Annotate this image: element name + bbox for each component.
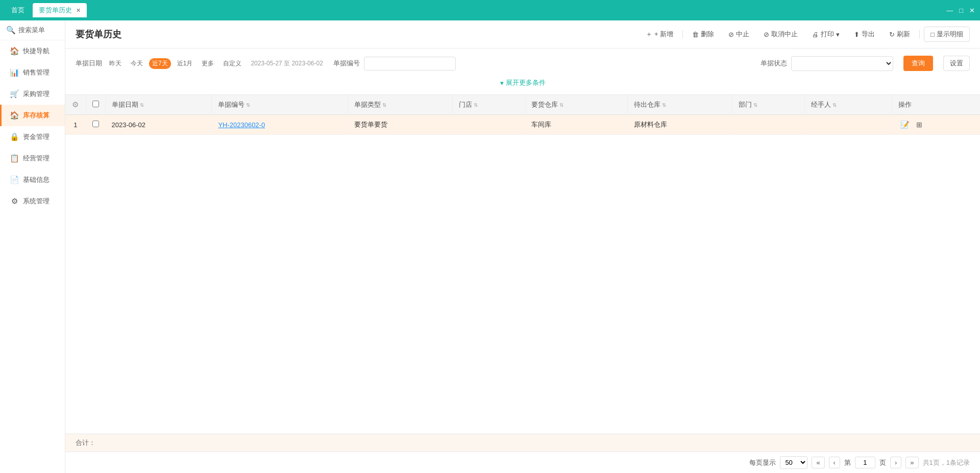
sort-pending-warehouse[interactable]: 待出仓库 ⇅ xyxy=(634,100,726,109)
export-icon: ⬆ xyxy=(854,31,860,38)
sidebar-item-label: 库存核算 xyxy=(23,111,50,120)
shortcut-today[interactable]: 今天 xyxy=(128,58,146,69)
sort-doc-date[interactable]: 单据日期 ⇅ xyxy=(112,100,206,109)
row-delete-button[interactable]: ⊞ xyxy=(914,120,924,130)
row-checkbox[interactable] xyxy=(86,115,105,135)
table-footer: 合计： xyxy=(65,434,980,452)
delete-button[interactable]: 🗑 删除 xyxy=(687,27,719,41)
next-page-button[interactable]: › xyxy=(890,457,901,468)
sidebar-item-basic-info[interactable]: 📄 基础信息 xyxy=(0,169,65,191)
col-department: 部门 ⇅ xyxy=(732,95,805,115)
refresh-button[interactable]: ↻ 刷新 xyxy=(884,27,915,41)
shortcut-more[interactable]: 更多 xyxy=(199,58,217,69)
date-filter: 单据日期 昨天 今天 近7天 近1月 更多 自定义 2023-05-27 至 2… xyxy=(76,58,323,69)
col-doc-type-label: 单据类型 xyxy=(354,100,381,109)
sidebar: 🔍 搜索菜单 🏠 快捷导航 📊 销售管理 🛒 采购管理 🏠 库存核算 🔒 资金管… xyxy=(0,20,65,473)
sidebar-item-quick-nav[interactable]: 🏠 快捷导航 xyxy=(0,40,65,62)
finance-icon: 🔒 xyxy=(10,132,19,141)
window-controls: — □ ✕ xyxy=(946,7,975,14)
sort-doc-type-icon: ⇅ xyxy=(382,102,386,108)
column-settings-icon[interactable]: ⚙ xyxy=(72,100,79,109)
show-detail-button[interactable]: □ 显示明细 xyxy=(924,27,970,42)
expand-chevron-icon: ▾ xyxy=(500,79,504,87)
doc-number-input[interactable] xyxy=(364,57,456,70)
print-icon: 🖨 xyxy=(812,31,819,38)
maximize-btn[interactable]: □ xyxy=(959,7,963,14)
tab-requisition-history[interactable]: 要货单历史 ✕ xyxy=(33,3,87,17)
export-button[interactable]: ⬆ 导出 xyxy=(849,27,880,41)
row-pending-warehouse: 原材料仓库 xyxy=(627,115,732,135)
sort-req-warehouse[interactable]: 要货仓库 ⇅ xyxy=(531,100,621,109)
minimize-btn[interactable]: — xyxy=(946,7,953,14)
select-all-checkbox[interactable] xyxy=(92,101,99,107)
sidebar-item-purchase[interactable]: 🛒 采购管理 xyxy=(0,83,65,105)
cancel-stop-icon: ⊘ xyxy=(764,31,769,38)
print-button[interactable]: 🖨 打印 ▾ xyxy=(807,27,845,41)
last-page-button[interactable]: » xyxy=(905,457,918,468)
show-detail-icon: □ xyxy=(930,31,935,38)
sort-handler[interactable]: 经手人 ⇅ xyxy=(811,100,886,109)
tab-requisition-label: 要货单历史 xyxy=(39,6,72,15)
first-page-button[interactable]: « xyxy=(812,457,824,468)
sort-store[interactable]: 门店 ⇅ xyxy=(459,100,519,109)
settings-button[interactable]: 设置 xyxy=(943,56,970,71)
page-size-select[interactable]: 50 100 200 xyxy=(780,456,807,469)
inventory-icon: 🏠 xyxy=(10,111,19,120)
doc-number-link[interactable]: YH-20230602-0 xyxy=(218,121,265,129)
sidebar-item-label: 采购管理 xyxy=(23,89,50,99)
col-req-warehouse: 要货仓库 ⇅ xyxy=(525,95,627,115)
col-operations-label: 操作 xyxy=(898,101,912,108)
col-handler-label: 经手人 xyxy=(811,100,831,109)
shortcut-7days[interactable]: 近7天 xyxy=(149,58,171,69)
sidebar-item-sales[interactable]: 📊 销售管理 xyxy=(0,62,65,83)
system-icon: ⚙ xyxy=(10,197,19,206)
col-store: 门店 ⇅ xyxy=(453,95,525,115)
prev-page-button[interactable]: ‹ xyxy=(829,457,840,468)
col-department-label: 部门 xyxy=(739,100,752,109)
page-number-input[interactable] xyxy=(855,457,875,468)
sort-doc-type[interactable]: 单据类型 ⇅ xyxy=(354,100,446,109)
new-icon: ＋ xyxy=(646,30,652,39)
filter-row-1: 单据日期 昨天 今天 近7天 近1月 更多 自定义 2023-05-27 至 2… xyxy=(76,56,970,71)
doc-status-select[interactable] xyxy=(791,56,893,71)
tab-home[interactable]: 首页 xyxy=(5,3,31,17)
sidebar-item-finance[interactable]: 🔒 资金管理 xyxy=(0,126,65,148)
divider xyxy=(682,30,683,38)
settings-label: 设置 xyxy=(950,59,963,68)
sidebar-item-label: 快捷导航 xyxy=(23,46,50,56)
sidebar-item-label: 资金管理 xyxy=(23,132,50,141)
expand-row: ▾ 展开更多条件 xyxy=(76,75,970,90)
shortcut-yesterday[interactable]: 昨天 xyxy=(106,58,125,69)
shortcut-custom[interactable]: 自定义 xyxy=(220,58,244,69)
sidebar-item-inventory[interactable]: 🏠 库存核算 xyxy=(0,105,65,126)
row-edit-button[interactable]: 📝 xyxy=(898,120,911,130)
sidebar-item-system[interactable]: ⚙ 系统管理 xyxy=(0,191,65,212)
sidebar-item-label: 销售管理 xyxy=(23,68,50,77)
sort-doc-number[interactable]: 单据编号 ⇅ xyxy=(218,100,341,109)
sort-doc-date-icon: ⇅ xyxy=(140,102,144,108)
sort-handler-icon: ⇅ xyxy=(832,102,837,108)
top-bar: 首页 要货单历史 ✕ — □ ✕ xyxy=(0,0,980,20)
operations-icon: 📋 xyxy=(10,154,19,163)
sort-req-warehouse-icon: ⇅ xyxy=(559,102,564,108)
tab-close-icon[interactable]: ✕ xyxy=(76,7,81,14)
stop-button[interactable]: ⊘ 中止 xyxy=(723,27,754,41)
row-department xyxy=(732,115,805,135)
data-table: ⚙ 单据日期 ⇅ 单据编号 xyxy=(65,95,980,135)
col-operations: 操作 xyxy=(892,95,980,115)
shortcut-1month[interactable]: 近1月 xyxy=(174,58,196,69)
query-button[interactable]: 查询 xyxy=(903,56,933,71)
table-area: ⚙ 单据日期 ⇅ 单据编号 xyxy=(65,95,980,434)
cancel-stop-button[interactable]: ⊘ 取消中止 xyxy=(758,27,803,41)
sales-icon: 📊 xyxy=(10,68,19,77)
new-button[interactable]: ＋ + 新增 xyxy=(641,27,678,41)
sidebar-search[interactable]: 🔍 搜索菜单 xyxy=(0,20,65,40)
search-icon: 🔍 xyxy=(6,26,15,35)
expand-conditions-button[interactable]: ▾ 展开更多条件 xyxy=(495,76,551,89)
sidebar-item-operations[interactable]: 📋 经营管理 xyxy=(0,148,65,169)
close-btn[interactable]: ✕ xyxy=(969,7,975,14)
sort-department[interactable]: 部门 ⇅ xyxy=(739,100,798,109)
header-actions: ＋ + 新增 🗑 删除 ⊘ 中止 ⊘ 取消中止 🖨 打 xyxy=(641,27,970,42)
col-store-label: 门店 xyxy=(459,100,472,109)
page-label-post: 页 xyxy=(879,458,886,467)
